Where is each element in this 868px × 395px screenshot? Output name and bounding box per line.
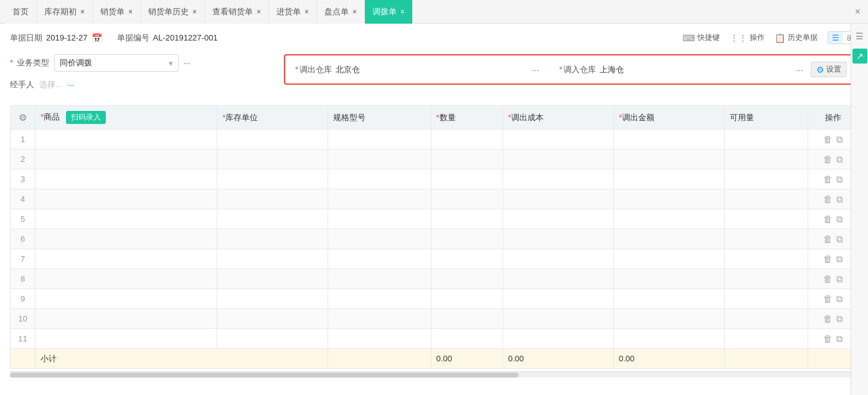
calendar-icon[interactable]: 📅 [92,33,102,43]
person-more-btn[interactable]: ··· [67,80,75,90]
copy-icon[interactable]: ⧉ [836,313,843,325]
table-row: 9🗑⧉ [11,289,858,309]
table-row: 8🗑⧉ [11,269,858,289]
header-actions: ⌨ 快捷键 ⋮⋮ 操作 📋 历史单据 ☰ ⊞ [682,31,858,44]
delete-icon[interactable]: 🗑 [823,174,833,184]
copy-icon[interactable]: ⧉ [836,333,843,345]
tab-close-stock-init[interactable]: × [80,7,85,16]
person-label: 经手人 [10,79,34,90]
copy-icon[interactable]: ⧉ [836,154,843,165]
dropdown-arrow-icon: ▾ [169,59,173,68]
transfer-out-more-btn[interactable]: ··· [532,65,539,75]
docno-label: 单据编号 [117,32,149,44]
ops-icon: ⋮⋮ [730,33,747,43]
scan-entry-button[interactable]: 扫码录入 [66,111,106,124]
delete-icon[interactable]: 🗑 [823,214,833,224]
tab-close-view-sales[interactable]: × [257,7,261,16]
copy-icon[interactable]: ⧉ [836,234,843,245]
tab-bar: 首页 库存期初 × 销货单 × 销货单历史 × 查看销货单 × 进货单 × 盘点… [0,0,868,24]
table-row: 3🗑⧉ [11,169,858,189]
docno-field-group: 单据编号 AL-20191227-001 [117,32,218,44]
delete-icon[interactable]: 🗑 [823,313,833,324]
right-sidebar: ☰ ↗ [851,24,868,385]
docno-value: AL-20191227-001 [153,33,218,42]
copy-icon[interactable]: ⧉ [836,174,843,185]
table-row: 4🗑⧉ [11,189,858,209]
warehouse-area: * 调出仓库 北京仓 ··· * 调入仓库 上海仓 ··· ⚙ 设置 [284,54,858,85]
tab-inventory[interactable]: 盘点单 × [317,0,365,24]
column-gear[interactable]: ⚙ [11,106,35,130]
sidebar-expand-icon[interactable]: ↗ [852,49,867,64]
scroll-thumb [10,373,519,378]
transfer-out-label: 调出仓库 [300,64,332,75]
column-available: 可用量 [724,106,808,130]
transfer-in-label: 调入仓库 [564,64,596,75]
settings-button[interactable]: ⚙ 设置 [811,62,847,77]
tab-sales-order[interactable]: 销货单 × [93,0,141,24]
business-type-more-btn[interactable]: ··· [184,58,191,68]
column-qty: *数量 [431,106,502,130]
table-settings-icon[interactable]: ⚙ [19,112,27,123]
tab-stock-init[interactable]: 库存期初 × [37,0,93,24]
history-button[interactable]: 📋 历史单据 [775,32,818,43]
tab-home[interactable]: 首页 [5,0,37,24]
person-placeholder[interactable]: 选择... [39,79,62,90]
copy-icon[interactable]: ⧉ [836,274,843,285]
horizontal-scrollbar[interactable] [10,371,858,378]
date-field-group: 单据日期 2019-12-27 📅 [10,32,102,44]
items-table: ⚙ *商品 扫码录入 *库存单位 规格型号 *数量 *调出成本 *调出金额 可用… [10,105,858,369]
table-container: ⚙ *商品 扫码录入 *库存单位 规格型号 *数量 *调出成本 *调出金额 可用… [10,105,858,378]
delete-icon[interactable]: 🗑 [823,154,833,164]
tab-close-inventory[interactable]: × [352,7,357,16]
tab-transfer[interactable]: 调拨单 × [365,0,413,24]
delete-icon[interactable]: 🗑 [823,333,833,344]
delete-icon[interactable]: 🗑 [823,134,833,145]
table-row: 5🗑⧉ [11,209,858,229]
subtotal-label: 小计 [35,349,328,369]
table-row: 2🗑⧉ [11,150,858,169]
delete-icon[interactable]: 🗑 [823,274,833,284]
tab-view-sales[interactable]: 查看销货单 × [205,0,269,24]
transfer-in-more-btn[interactable]: ··· [796,65,803,75]
ops-button[interactable]: ⋮⋮ 操作 [730,32,765,43]
table-row: 1🗑⧉ [11,130,858,150]
form-area: * 业务类型 同价调拨 ▾ ··· 经手人 选择... ··· * [10,54,858,98]
delete-icon[interactable]: 🗑 [823,234,833,244]
tab-close-sales-history[interactable]: × [192,7,197,16]
business-type-label: * 业务类型 [10,57,49,69]
tab-close-sales-order[interactable]: × [128,7,133,16]
copy-icon[interactable]: ⧉ [836,134,843,145]
delete-icon[interactable]: 🗑 [823,293,833,304]
transfer-out-value: 北京仓 [336,64,527,75]
subtotal-amount: 0.00 [613,349,724,369]
copy-icon[interactable]: ⧉ [836,293,843,305]
transfer-in-field: * 调入仓库 上海仓 ··· [559,64,803,75]
form-left: * 业务类型 同价调拨 ▾ ··· 经手人 选择... ··· [10,54,271,98]
copy-icon[interactable]: ⧉ [836,254,843,265]
copy-icon[interactable]: ⧉ [836,214,843,225]
delete-icon[interactable]: 🗑 [823,254,833,264]
business-type-field: * 业务类型 同价调拨 ▾ ··· [10,54,271,72]
tab-close-transfer[interactable]: × [400,7,405,16]
transfer-in-value: 上海仓 [600,64,791,75]
transfer-out-field: * 调出仓库 北京仓 ··· [295,64,539,75]
business-type-dropdown[interactable]: 同价调拨 ▾ [54,54,179,72]
view-list-btn[interactable]: ☰ [828,32,843,44]
history-icon: 📋 [775,33,785,43]
settings-gear-icon: ⚙ [816,65,824,75]
table-row: 11🗑⧉ [11,329,858,349]
column-product: *商品 扫码录入 [35,106,217,130]
tab-purchase-order[interactable]: 进货单 × [269,0,317,24]
shortcut-button[interactable]: ⌨ 快捷键 [682,32,720,43]
tab-sales-history[interactable]: 销货单历史 × [141,0,205,24]
delete-icon[interactable]: 🗑 [823,194,833,204]
document-header: 单据日期 2019-12-27 📅 单据编号 AL-20191227-001 ⌨… [10,31,858,44]
tab-close-purchase-order[interactable]: × [304,7,309,16]
column-cost: *调出成本 [502,106,613,130]
window-close-button[interactable]: × [855,6,861,17]
shortcut-icon: ⌨ [682,33,695,43]
date-label: 单据日期 [10,32,42,44]
sidebar-list-icon[interactable]: ☰ [852,29,867,44]
business-type-value: 同价调拨 [60,57,92,69]
copy-icon[interactable]: ⧉ [836,194,843,205]
